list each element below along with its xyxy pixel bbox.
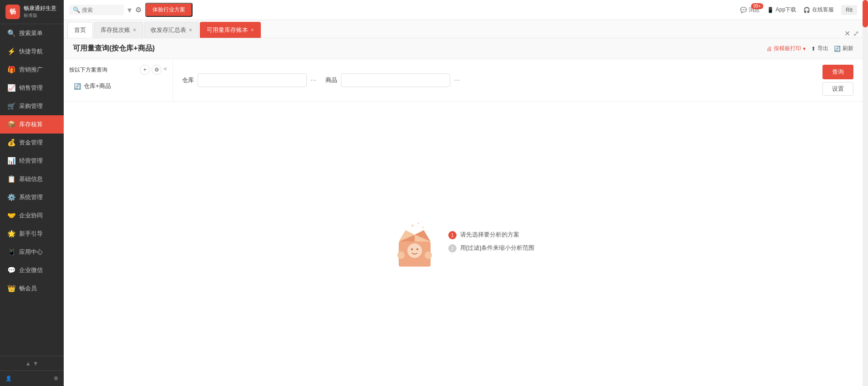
settings-btn[interactable]: 设置: [822, 82, 853, 96]
refresh-btn[interactable]: 🔄 刷新: [834, 45, 853, 52]
warehouse-label: 仓库: [182, 76, 194, 84]
hint-num-1: 1: [448, 231, 457, 239]
tab-summary-label: 收发存汇总表: [151, 26, 186, 34]
svg-point-7: [416, 248, 418, 250]
product-input[interactable]: [341, 73, 450, 87]
sidebar-item-wechat[interactable]: 💬 企业微信: [0, 261, 64, 279]
sidebar-item-label: 营销推广: [19, 66, 43, 74]
scrollbar-thumb[interactable]: [863, 0, 868, 27]
sidebar-item-basic[interactable]: 📋 基础信息: [0, 170, 64, 188]
tab-home[interactable]: 首页: [67, 22, 93, 38]
operation-icon: 📊: [7, 157, 15, 165]
service-label: 在线客服: [812, 6, 834, 14]
topbar-gear-icon[interactable]: ⚙: [135, 5, 142, 14]
sidebar-item-inventory[interactable]: 📦 库存核算: [0, 115, 64, 134]
export-btn[interactable]: ⬆ 导出: [811, 45, 828, 52]
settings-footer-icon[interactable]: ⚙: [54, 376, 58, 381]
user-label: Rit: [846, 7, 853, 13]
page-content: 可用量查询(按仓库+商品) 🖨 按模板打印 ▾ ⬆ 导出 🔄 刷新: [64, 38, 863, 386]
sidebar-item-label: 畅会员: [19, 284, 37, 293]
topbar-search-box[interactable]: 🔍: [69, 5, 124, 15]
settings-scheme-btn[interactable]: ⚙: [152, 65, 162, 75]
sidebar-item-appstore[interactable]: 📱 应用中心: [0, 243, 64, 261]
tabs-right-actions: ✕ ⤢: [844, 29, 863, 38]
sidebar-item-label: 新手引导: [19, 230, 43, 238]
box-icon: 📦: [7, 120, 15, 129]
user-menu-btn[interactable]: Rit: [841, 5, 857, 15]
empty-hints: 1 请先选择要分析的方案 2 用[过滤]条件来缩小分析范围: [448, 231, 534, 257]
scheme-item-warehouse-product[interactable]: 🔄 仓库+商品: [69, 78, 167, 94]
tab-available[interactable]: 可用量库存账本 ×: [200, 22, 261, 38]
close-tab-icon[interactable]: ✕: [844, 29, 850, 38]
sidebar-scroll-down[interactable]: ▲ ▼: [0, 356, 64, 371]
scheme-item-label: 仓库+商品: [84, 82, 111, 90]
sidebar-item-enterprise[interactable]: 🤝 企业协同: [0, 206, 64, 225]
tab-summary[interactable]: 收发存汇总表 ×: [144, 22, 199, 38]
page-title: 可用量查询(按仓库+商品): [73, 44, 155, 53]
sidebar-item-label: 采购管理: [19, 102, 43, 110]
chevron-down-template: ▾: [803, 46, 806, 52]
right-scrollbar[interactable]: [863, 0, 868, 386]
tab-batch[interactable]: 库存批次账 ×: [94, 22, 143, 38]
sidebar-item-shortcut[interactable]: ⚡ 快捷导航: [0, 42, 64, 61]
sidebar-item-guide[interactable]: 🌟 新手引导: [0, 225, 64, 243]
user-avatar: 👤: [5, 376, 12, 381]
sidebar-item-label: 企业协同: [19, 211, 43, 220]
query-btn[interactable]: 查询: [822, 65, 853, 79]
sidebar-item-purchase[interactable]: 🛒 采购管理: [0, 97, 64, 115]
sidebar-item-label: 应用中心: [19, 248, 43, 256]
online-service-btn[interactable]: 🎧 在线客服: [803, 6, 834, 14]
clipboard-icon: 📋: [7, 175, 15, 183]
sidebar-item-label: 销售管理: [19, 84, 43, 92]
empty-state: 1 请先选择要分析的方案 2 用[过滤]条件来缩小分析范围: [64, 102, 863, 386]
filter-panel: 按以下方案查询 + ⚙ « 🔄 仓库+商品 仓库 ···: [64, 59, 863, 102]
sidebar-item-marketing[interactable]: 🎁 营销推广: [0, 61, 64, 79]
app-download-btn[interactable]: 📱 App下载: [767, 6, 796, 14]
svg-point-8: [397, 252, 405, 259]
tab-summary-close[interactable]: ×: [189, 27, 192, 33]
phone-icon: 📱: [7, 248, 15, 256]
page-header-actions: 🖨 按模板打印 ▾ ⬆ 导出 🔄 刷新: [766, 45, 853, 52]
tab-bar: 首页 库存批次账 × 收发存汇总表 × 可用量库存账本 × ✕ ⤢: [64, 20, 863, 38]
search-icon: 🔍: [7, 29, 15, 37]
crown-icon: 👑: [7, 284, 15, 293]
search-icon-topbar: 🔍: [73, 6, 80, 13]
hint-1: 1 请先选择要分析的方案: [448, 231, 534, 239]
svg-point-12: [421, 226, 424, 229]
sidebar-item-member[interactable]: 👑 畅会员: [0, 279, 64, 298]
sidebar-item-finance[interactable]: 💰 资金管理: [0, 134, 64, 152]
printer-icon: 🖨: [766, 46, 772, 52]
sidebar-item-operation[interactable]: 📊 经营管理: [0, 152, 64, 170]
collapse-icon[interactable]: «: [163, 65, 167, 75]
sidebar-nav: 🔍 搜索菜单 ⚡ 快捷导航 🎁 营销推广 📈 销售管理 🛒 采购管理 📦 库存核…: [0, 24, 64, 356]
chevron-down-icon[interactable]: ▾: [127, 5, 132, 15]
sidebar-item-label: 系统管理: [19, 193, 43, 201]
app-label: App下载: [776, 6, 796, 14]
tab-available-close[interactable]: ×: [251, 27, 254, 33]
sidebar-item-label: 企业微信: [19, 266, 43, 274]
warehouse-more-icon[interactable]: ···: [310, 76, 316, 84]
sidebar-footer: 👤 ⚙: [0, 371, 64, 386]
trial-btn[interactable]: 体验行业方案: [145, 3, 193, 17]
sidebar-item-system[interactable]: ⚙️ 系统管理: [0, 188, 64, 206]
sidebar-item-label: 经营管理: [19, 157, 43, 165]
warehouse-input[interactable]: [198, 73, 307, 87]
cart-icon: 🛒: [7, 102, 15, 110]
product-field: 商品 ···: [325, 73, 460, 87]
svg-point-9: [425, 252, 432, 259]
template-print-btn[interactable]: 🖨 按模板打印 ▾: [766, 45, 806, 52]
expand-icon[interactable]: ⤢: [853, 29, 859, 38]
handshake-icon: 🤝: [7, 211, 15, 220]
tab-batch-close[interactable]: ×: [133, 27, 136, 33]
add-scheme-btn[interactable]: +: [140, 65, 150, 75]
msg-badge: 99+: [751, 3, 763, 9]
messages-btn[interactable]: 💬 消息 99+: [740, 6, 760, 14]
search-input[interactable]: [82, 7, 118, 13]
product-more-icon[interactable]: ···: [454, 76, 460, 84]
product-label: 商品: [325, 76, 337, 84]
svg-point-6: [411, 248, 413, 250]
sidebar-item-sales[interactable]: 📈 销售管理: [0, 79, 64, 97]
sidebar-item-label: 资金管理: [19, 139, 43, 147]
refresh-icon: 🔄: [834, 46, 841, 52]
sidebar-item-search[interactable]: 🔍 搜索菜单: [0, 24, 64, 42]
